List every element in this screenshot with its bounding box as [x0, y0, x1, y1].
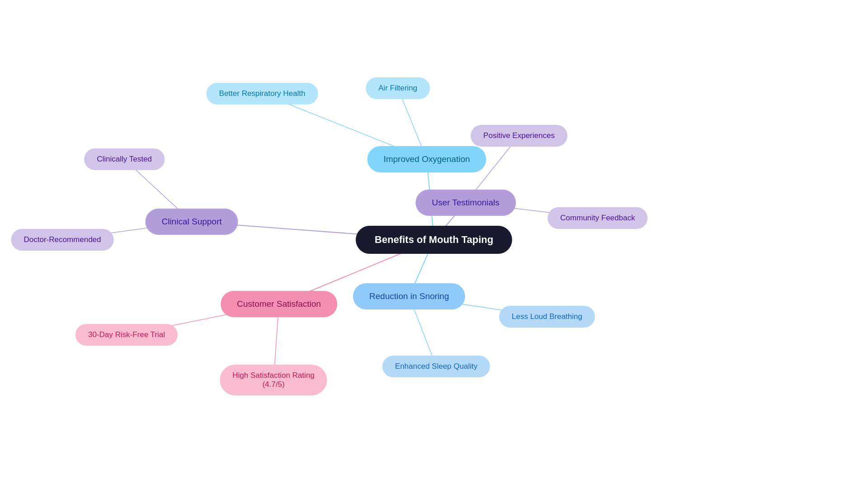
- mind-map: Benefits of Mouth TapingImproved Oxygena…: [0, 0, 868, 490]
- node-better-respiratory: Better Respiratory Health: [207, 83, 318, 105]
- node-customer-satisfaction: Customer Satisfaction: [221, 291, 337, 317]
- node-community-feedback: Community Feedback: [547, 207, 647, 229]
- node-air-filtering: Air Filtering: [366, 77, 430, 99]
- node-clinical-support: Clinical Support: [145, 209, 238, 235]
- node-high-satisfaction: High Satisfaction Rating (4.7/5): [220, 365, 327, 395]
- node-reduction-snoring: Reduction in Snoring: [353, 283, 465, 309]
- node-user-testimonials: User Testimonials: [415, 190, 516, 216]
- node-clinically-tested: Clinically Tested: [84, 148, 165, 170]
- node-risk-free-trial: 30-Day Risk-Free Trial: [75, 324, 178, 346]
- node-improved-oxygenation: Improved Oxygenation: [367, 146, 486, 172]
- node-enhanced-sleep: Enhanced Sleep Quality: [382, 356, 490, 377]
- node-less-loud-breathing: Less Loud Breathing: [499, 306, 595, 328]
- node-positive-experiences: Positive Experiences: [471, 125, 567, 147]
- node-center: Benefits of Mouth Taping: [356, 226, 512, 254]
- node-doctor-recommended: Doctor-Recommended: [11, 229, 113, 251]
